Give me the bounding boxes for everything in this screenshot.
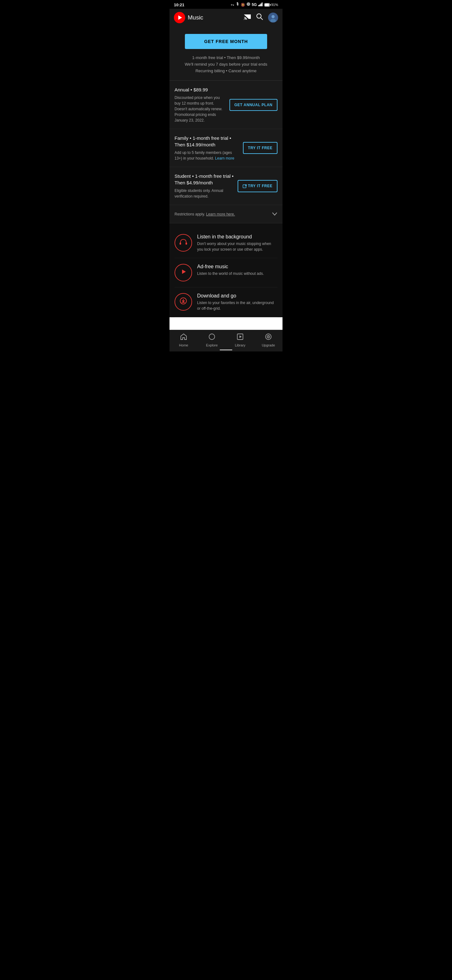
status-icons: 🗝 🔕 5G — [231, 2, 278, 7]
bottom-navigation: Home Explore Library Upgrade — [170, 330, 282, 352]
restrictions-row[interactable]: Restrictions apply. Learn more here. — [170, 205, 282, 223]
search-icon[interactable] — [256, 13, 263, 22]
features-section: Listen in the background Don't worry abo… — [170, 223, 282, 317]
restrictions-text: Restrictions apply. Learn more here. — [174, 212, 235, 216]
play-icon-wrap — [174, 264, 192, 282]
student-plan-button[interactable]: TRY IT FREE — [238, 180, 278, 192]
svg-point-1 — [247, 3, 250, 5]
explore-icon — [208, 333, 215, 342]
header-actions — [244, 13, 278, 22]
svg-line-15 — [261, 18, 263, 20]
student-plan-title: Student • 1-month free trial • Then $4.9… — [174, 173, 234, 186]
annual-plan-title: Annual • $89.99 — [174, 86, 226, 93]
user-avatar[interactable] — [268, 13, 278, 22]
annual-plan-info: Annual • $89.99 Discounted price when yo… — [174, 86, 226, 123]
chevron-down-icon[interactable] — [272, 211, 278, 217]
nav-upgrade-label: Upgrade — [262, 343, 275, 347]
svg-point-17 — [271, 15, 274, 18]
nav-library[interactable]: Library — [231, 333, 249, 347]
download-icon-wrap — [174, 293, 192, 311]
family-learn-more-link[interactable]: Learn more — [215, 156, 234, 161]
adfree-feature-text: Ad-free music Listen to the world of mus… — [197, 264, 264, 277]
bluetooth-icon — [236, 2, 239, 7]
trial-line-3: Recurring billing • Cancel anytime — [174, 68, 278, 75]
key-icon: 🗝 — [231, 3, 234, 6]
svg-rect-11 — [265, 3, 269, 6]
family-plan-desc: Add up to 5 family members (ages 13+) in… — [174, 150, 239, 161]
home-icon — [180, 333, 187, 342]
download-feature-desc: Listen to your favorites in the air, und… — [197, 300, 278, 311]
app-title: Music — [188, 14, 203, 21]
feature-adfree-row: Ad-free music Listen to the world of mus… — [174, 258, 278, 287]
student-plan-desc: Eligible students only. Annual verificat… — [174, 188, 234, 199]
family-plan-button[interactable]: TRY IT FREE — [243, 142, 278, 154]
nav-home-label: Home — [179, 343, 188, 347]
feature-background-row: Listen in the background Don't worry abo… — [174, 228, 278, 258]
background-feature-title: Listen in the background — [197, 234, 278, 240]
background-feature-text: Listen in the background Don't worry abo… — [197, 234, 278, 252]
download-icon — [179, 297, 187, 307]
family-plan-info: Family • 1-month free trial • Then $14.9… — [174, 135, 239, 161]
svg-point-0 — [247, 3, 249, 5]
upgrade-icon — [265, 333, 272, 342]
family-plan-row: Family • 1-month free trial • Then $14.9… — [170, 129, 282, 167]
family-plan-title: Family • 1-month free trial • Then $14.9… — [174, 135, 239, 148]
nav-home[interactable]: Home — [174, 333, 193, 347]
svg-rect-22 — [186, 242, 187, 245]
headphones-icon-wrap — [174, 234, 192, 251]
mute-icon: 🔕 — [241, 3, 245, 7]
svg-marker-27 — [211, 336, 213, 338]
svg-point-26 — [209, 334, 215, 340]
get-free-month-button[interactable]: GET FREE MONTH — [185, 34, 267, 49]
plans-section: Annual • $89.99 Discounted price when yo… — [170, 81, 282, 205]
annual-plan-button[interactable]: GET ANNUAL PLAN — [230, 99, 278, 111]
cast-icon[interactable] — [244, 14, 251, 22]
headphones-icon — [179, 239, 187, 247]
nav-explore[interactable]: Explore — [203, 333, 221, 347]
play-icon — [180, 268, 187, 277]
network-label: 5G — [252, 3, 257, 7]
student-plan-info: Student • 1-month free trial • Then $4.9… — [174, 173, 234, 199]
home-indicator — [220, 350, 232, 350]
location-icon — [247, 3, 250, 7]
trial-info: 1-month free trial • Then $9.99/month We… — [174, 55, 278, 74]
logo: Music — [174, 12, 203, 23]
svg-rect-8 — [260, 3, 262, 6]
download-feature-title: Download and go — [197, 293, 278, 299]
svg-rect-21 — [179, 242, 181, 245]
svg-marker-29 — [239, 336, 242, 338]
battery-icon: 91% — [264, 3, 278, 6]
svg-rect-6 — [259, 5, 259, 6]
svg-point-13 — [244, 19, 244, 20]
svg-point-32 — [268, 336, 269, 337]
battery-text: 91% — [271, 3, 278, 6]
annual-plan-row: Annual • $89.99 Discounted price when yo… — [170, 81, 282, 129]
youtube-music-logo — [174, 12, 185, 23]
signal-icon — [259, 3, 263, 7]
adfree-feature-title: Ad-free music — [197, 264, 264, 269]
nav-upgrade[interactable]: Upgrade — [259, 333, 278, 347]
free-month-section: GET FREE MONTH 1-month free trial • Then… — [170, 26, 282, 81]
student-plan-row: Student • 1-month free trial • Then $4.9… — [170, 167, 282, 205]
svg-marker-23 — [182, 269, 186, 274]
learn-more-link[interactable]: Learn more here. — [206, 212, 235, 216]
white-bar-spacer — [170, 317, 282, 330]
svg-rect-9 — [262, 3, 262, 6]
status-time: 10:21 — [174, 3, 184, 7]
feature-download-row: Download and go Listen to your favorites… — [174, 287, 278, 317]
svg-point-14 — [257, 14, 261, 18]
adfree-feature-desc: Listen to the world of music without ads… — [197, 271, 264, 277]
svg-rect-7 — [259, 5, 260, 6]
download-feature-text: Download and go Listen to your favorites… — [197, 293, 278, 311]
library-icon — [237, 333, 244, 342]
svg-rect-12 — [270, 4, 271, 6]
trial-line-2: We'll remind you 7 days before your tria… — [174, 61, 278, 68]
app-header: Music — [170, 9, 282, 26]
nav-library-label: Library — [235, 343, 246, 347]
status-bar: 10:21 🗝 🔕 5G — [170, 0, 282, 9]
annual-plan-desc: Discounted price when you buy 12 months … — [174, 95, 226, 123]
background-feature-desc: Don't worry about your music stopping wh… — [197, 241, 278, 252]
trial-line-1: 1-month free trial • Then $9.99/month — [174, 55, 278, 61]
nav-explore-label: Explore — [206, 343, 217, 347]
